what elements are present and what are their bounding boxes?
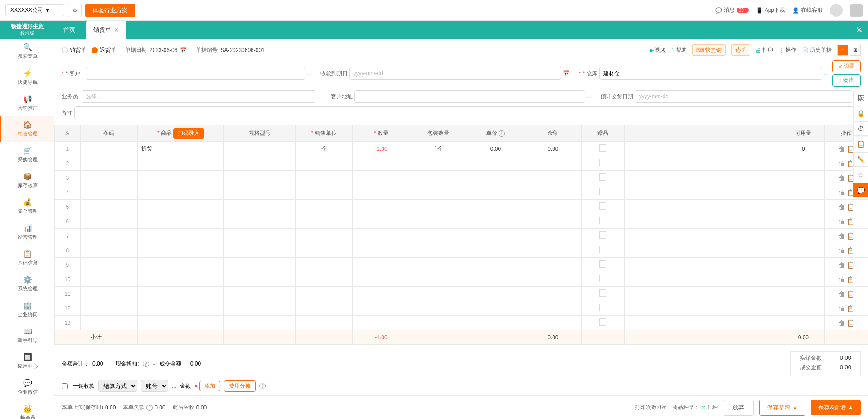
warehouse-dots[interactable]: ... bbox=[824, 70, 829, 77]
trial-btn[interactable]: 体验行业方案 bbox=[85, 4, 135, 17]
copy-icon[interactable]: 📋 bbox=[847, 276, 854, 283]
gift-checkbox[interactable] bbox=[599, 246, 606, 253]
cell-barcode[interactable] bbox=[80, 243, 137, 258]
cell-spec[interactable] bbox=[224, 243, 296, 258]
operate-btn[interactable]: ⋮ 操作 bbox=[779, 46, 796, 54]
settings-gear-btn[interactable]: ⚙ bbox=[68, 4, 82, 17]
gift-checkbox[interactable] bbox=[599, 260, 606, 268]
cell-product[interactable] bbox=[138, 243, 224, 258]
delete-icon[interactable]: 🗑 bbox=[839, 319, 845, 327]
sidebar-item-quicknav[interactable]: ⚡ 快捷导航 bbox=[0, 64, 54, 90]
cell-qty[interactable] bbox=[353, 214, 410, 229]
cell-extra[interactable] bbox=[625, 258, 782, 272]
gift-checkbox[interactable] bbox=[599, 173, 606, 181]
sidebar-item-operations[interactable]: 📊 经营管理 bbox=[0, 219, 54, 245]
cell-price[interactable] bbox=[467, 301, 524, 316]
copy-icon[interactable]: 📋 bbox=[847, 218, 854, 225]
th-settings[interactable]: ⚙ bbox=[55, 125, 81, 142]
gift-checkbox[interactable] bbox=[599, 275, 606, 282]
cell-extra[interactable] bbox=[625, 316, 782, 330]
history-btn[interactable]: 📄 历史单据 bbox=[802, 46, 832, 54]
cell-product[interactable] bbox=[138, 229, 224, 243]
save-draft-btn[interactable]: 保存草稿 ▲ bbox=[759, 400, 806, 416]
cell-gift[interactable] bbox=[582, 258, 625, 272]
fee-info-icon[interactable]: ? bbox=[259, 383, 266, 389]
cell-qty[interactable]: -1.00 bbox=[353, 142, 410, 156]
cell-qty[interactable] bbox=[353, 243, 410, 258]
debt-info-icon[interactable]: ? bbox=[146, 405, 153, 411]
cell-qty[interactable] bbox=[353, 272, 410, 287]
tab-sale-order[interactable]: 销货单 ✕ bbox=[86, 21, 126, 39]
cell-extra[interactable] bbox=[625, 287, 782, 301]
cell-extra[interactable] bbox=[625, 272, 782, 287]
notes-input[interactable] bbox=[74, 106, 861, 119]
cell-qty[interactable] bbox=[353, 156, 410, 171]
cell-spec[interactable] bbox=[224, 185, 296, 200]
cell-unit[interactable] bbox=[295, 272, 352, 287]
cell-product[interactable] bbox=[138, 185, 224, 200]
cell-qty[interactable] bbox=[353, 301, 410, 316]
cell-spec[interactable] bbox=[224, 316, 296, 330]
float-timer-btn[interactable]: ⏱ bbox=[853, 121, 868, 136]
cell-pkg[interactable] bbox=[410, 156, 467, 171]
sidebar-item-inventory[interactable]: 📦 库存核算 bbox=[0, 168, 54, 193]
cell-pkg[interactable] bbox=[410, 287, 467, 301]
layout-list-btn[interactable]: ≡ bbox=[837, 45, 848, 56]
cell-gift[interactable] bbox=[582, 171, 625, 185]
sidebar-item-base[interactable]: 📋 基础信息 bbox=[0, 245, 54, 271]
cell-amount[interactable] bbox=[524, 287, 582, 301]
add-btn[interactable]: 添加 bbox=[199, 381, 220, 391]
tab-close-icon[interactable]: ✕ bbox=[114, 26, 119, 34]
account-select[interactable]: 账号 bbox=[141, 380, 168, 392]
delete-icon[interactable]: 🗑 bbox=[839, 218, 845, 225]
cell-unit[interactable] bbox=[295, 287, 352, 301]
cell-qty[interactable] bbox=[353, 185, 410, 200]
cell-barcode[interactable] bbox=[80, 185, 137, 200]
cell-gift[interactable] bbox=[582, 200, 625, 214]
delete-icon[interactable]: 🗑 bbox=[839, 261, 845, 269]
cell-barcode[interactable] bbox=[80, 142, 137, 156]
cell-qty[interactable] bbox=[353, 200, 410, 214]
cell-extra[interactable] bbox=[625, 243, 782, 258]
cell-spec[interactable] bbox=[224, 171, 296, 185]
cell-price[interactable] bbox=[467, 258, 524, 272]
addr-dots[interactable]: ... bbox=[587, 93, 592, 100]
cell-spec[interactable] bbox=[224, 229, 296, 243]
cell-amount[interactable] bbox=[524, 171, 582, 185]
cell-price[interactable]: 0.00 bbox=[467, 142, 524, 156]
delete-icon[interactable]: 🗑 bbox=[839, 160, 845, 167]
delete-icon[interactable]: 🗑 bbox=[839, 145, 845, 153]
cell-extra[interactable] bbox=[625, 156, 782, 171]
cell-barcode[interactable] bbox=[80, 229, 137, 243]
customer-input[interactable] bbox=[86, 67, 305, 80]
cell-product[interactable] bbox=[138, 171, 224, 185]
sidebar-item-enterprise[interactable]: 🏢 企业协同 bbox=[0, 297, 54, 323]
gift-checkbox[interactable] bbox=[599, 159, 606, 166]
cell-barcode[interactable] bbox=[80, 287, 137, 301]
cell-spec[interactable] bbox=[224, 142, 296, 156]
cell-extra[interactable] bbox=[625, 142, 782, 156]
cell-amount[interactable] bbox=[524, 272, 582, 287]
delete-icon[interactable]: 🗑 bbox=[839, 189, 845, 196]
cell-amount[interactable] bbox=[524, 243, 582, 258]
float-image-btn[interactable]: 🖼 bbox=[853, 91, 868, 105]
user-menu[interactable] bbox=[850, 4, 863, 17]
price-info-icon[interactable]: i bbox=[499, 130, 505, 137]
logistics-btn[interactable]: + 物流 bbox=[832, 74, 861, 87]
cell-amount[interactable] bbox=[524, 258, 582, 272]
cell-barcode[interactable] bbox=[80, 316, 137, 330]
cell-product[interactable] bbox=[138, 214, 224, 229]
save-new-btn[interactable]: 保存&新增 ▲ bbox=[811, 400, 861, 415]
cell-extra[interactable] bbox=[625, 214, 782, 229]
delete-icon[interactable]: 🗑 bbox=[839, 203, 845, 211]
float-table-btn[interactable]: 📋 bbox=[853, 137, 868, 151]
cell-extra[interactable] bbox=[625, 229, 782, 243]
cell-product[interactable] bbox=[138, 316, 224, 330]
cell-amount[interactable] bbox=[524, 316, 582, 330]
cell-barcode[interactable] bbox=[80, 200, 137, 214]
expected-date-input[interactable]: yyyy-mm-dd bbox=[635, 90, 852, 103]
cell-gift[interactable] bbox=[582, 272, 625, 287]
receipt-cal-icon[interactable]: 📅 bbox=[563, 70, 570, 77]
cell-price[interactable] bbox=[467, 243, 524, 258]
cell-barcode[interactable] bbox=[80, 171, 137, 185]
